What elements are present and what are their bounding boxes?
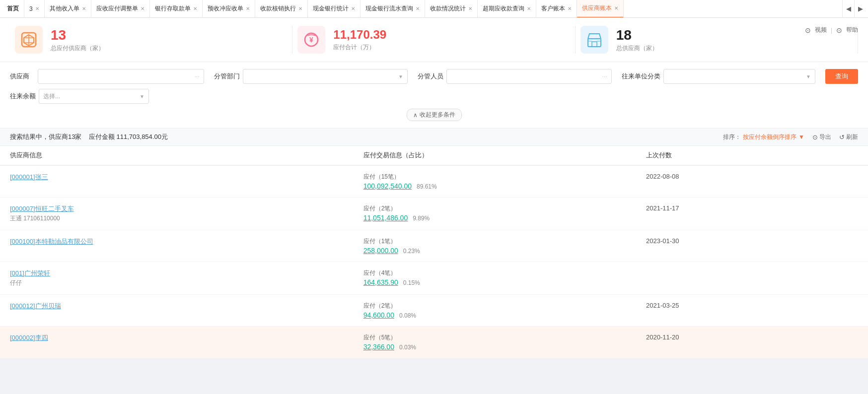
transaction-info-4: 应付（4笔） 164,635.90 0.15% [363,269,646,286]
nav-tab-prepayment[interactable]: 预收冲应收单 ✕ [203,0,255,18]
nav-tab-collection[interactable]: 收款核销执行 ✕ [255,0,308,18]
tx-row-3: 258,000.00 0.23% [363,247,646,255]
nav-tab-other-income-label: 其他收入单 [50,4,79,13]
close-icon[interactable]: ✕ [468,6,472,11]
col-header-transaction: 应付交易信息（占比） [363,151,646,160]
table-header: 供应商信息 应付交易信息（占比） 上次付数 [0,146,868,166]
nav-tab-customer-account[interactable]: 客户账本 ✕ [536,0,577,18]
export-button[interactable]: ⊙ 导出 [812,133,831,141]
sort-prefix: 排序： [723,133,741,141]
nav-tab-3[interactable]: 3 ✕ [24,0,45,18]
collapse-label: 收起更多条件 [420,111,455,119]
close-icon[interactable]: ✕ [82,6,86,11]
close-icon[interactable]: ✕ [568,6,572,11]
balance-input[interactable]: 选择... ▼ [39,89,149,104]
nav-tab-customer-account-label: 客户账本 [541,4,565,13]
supplier-input[interactable] [38,69,204,84]
divider: | [831,27,832,34]
transaction-info-1: 应付（15笔） 100,092,540.00 89.61% [363,173,646,190]
svg-rect-8 [592,42,597,47]
query-button[interactable]: 查询 [825,69,858,84]
nav-tab-other-income[interactable]: 其他收入单 ✕ [45,0,91,18]
supplier-info-6: [000002]李四 [10,333,363,342]
last-payment-5: 2021-03-25 [646,302,858,309]
tx-amount-5[interactable]: 94,600.00 [363,311,394,319]
nav-tab-overdue[interactable]: 超期应收款查询 ✕ [478,0,536,18]
nav-tab-collection-stats[interactable]: 收款情况统计 ✕ [425,0,478,18]
tx-label-2: 应付（2笔） [363,204,646,213]
help-link[interactable]: 帮助 [846,26,858,34]
close-icon[interactable]: ✕ [35,6,39,11]
transaction-info-6: 应付（5笔） 32,366.00 0.03% [363,333,646,351]
tx-row-4: 164,635.90 0.15% [363,278,646,286]
nav-next-arrow[interactable]: ▶ [854,0,866,18]
tx-amount-2[interactable]: 11,051,486.00 [363,214,408,222]
category-input[interactable]: ▼ [663,69,816,84]
collapse-button[interactable]: ∧ 收起更多条件 [407,109,462,121]
balance-label: 往来余额 [10,92,36,101]
tx-row-5: 94,600.00 0.08% [363,311,646,319]
nav-tab-ap-adjust-label: 应收应付调整单 [96,4,138,13]
refresh-label: 刷新 [846,133,858,141]
nav-tab-ap-adjust[interactable]: 应收应付调整单 ✕ [91,0,150,18]
nav-tab-cash-stats-label: 现金银行统计 [313,4,349,13]
supplier-link-5[interactable]: [000012]广州贝瑞 [10,302,363,311]
tx-pct-1: 89.61% [417,183,437,190]
nav-tab-overdue-label: 超期应收款查询 [483,4,524,13]
summary-bar: 13 总应付供应商（家） ¥ 11,170.39 应付合计（万） [0,18,868,62]
supplier-info-4: [001]广州荣轩 仔仔 [10,269,363,287]
video-link[interactable]: 视频 [815,26,827,34]
transaction-info-2: 应付（2笔） 11,051,486.00 9.89% [363,204,646,222]
export-label: 导出 [819,133,831,141]
sort-selector[interactable]: 排序： 按应付余额倒序排序 ▼ [723,133,804,141]
supplier-link-1[interactable]: [000001]张三 [10,173,363,182]
filter-row-1: 供应商 分管部门 ▼ 分管人员 往来单位分类 ▼ [10,69,858,84]
close-icon[interactable]: ✕ [141,6,145,11]
result-bar: 搜索结果中，供应商13家 应付金额 111,703,854.00元 排序： 按应… [0,129,868,146]
summary-card1-info: 13 总应付供应商（家） [51,27,104,53]
nav-tab-bank-deposit[interactable]: 银行存取款单 ✕ [150,0,203,18]
nav-prev-arrow[interactable]: ◀ [842,0,854,18]
close-icon[interactable]: ✕ [351,6,355,11]
sort-label: 按应付余额倒序排序 [743,133,796,141]
supplier-link-6[interactable]: [000002]李四 [10,333,363,342]
close-icon[interactable]: ✕ [527,6,531,11]
close-icon[interactable]: ✕ [246,6,250,11]
summary-card2-number: 11,170.39 [333,28,386,42]
table-row: [000001]张三 应付（15笔） 100,092,540.00 89.61%… [0,166,868,197]
tx-amount-3[interactable]: 258,000.00 [363,247,398,255]
person-input[interactable] [446,69,612,84]
supplier-sub-4: 仔仔 [10,279,363,287]
supplier-link-3[interactable]: [000100]本特勒油品有限公司 [10,237,363,246]
nav-tab-cash-flow[interactable]: 现金银行流水查询 ✕ [361,0,425,18]
close-icon[interactable]: ✕ [193,6,197,11]
close-icon[interactable]: ✕ [416,6,420,11]
tx-amount-6[interactable]: 32,366.00 [363,343,394,351]
refresh-button[interactable]: ↺ 刷新 [839,133,858,141]
result-amount: 应付金额 111,703,854.00元 [89,133,168,140]
result-info: 搜索结果中，供应商13家 应付金额 111,703,854.00元 [10,132,168,141]
top-navigation: 首页 3 ✕ 其他收入单 ✕ 应收应付调整单 ✕ 银行存取款单 ✕ 预收冲应收单… [0,0,868,18]
summary-card-suppliers: 13 总应付供应商（家） [10,26,292,54]
result-supplier-count: 搜索结果中，供应商13家 [10,133,81,140]
summary-card3-number: 18 [616,27,658,44]
supplier-link-4[interactable]: [001]广州荣轩 [10,269,363,278]
tx-row-1: 100,092,540.00 89.61% [363,182,646,190]
tx-amount-1[interactable]: 100,092,540.00 [363,182,412,190]
filter-category: 往来单位分类 ▼ [622,69,816,84]
dept-label: 分管部门 [214,72,240,81]
nav-tab-cash-stats[interactable]: 现金银行统计 ✕ [308,0,361,18]
close-icon[interactable]: ✕ [614,5,618,11]
nav-tab-cash-flow-label: 现金银行流水查询 [365,4,413,13]
nav-tab-supplier-account[interactable]: 供应商账本 ✕ [577,0,624,18]
close-icon[interactable]: ✕ [298,6,302,11]
nav-tab-home[interactable]: 首页 [2,0,24,18]
dept-input[interactable]: ▼ [243,69,408,84]
filter-dept: 分管部门 ▼ [214,69,408,84]
tx-amount-4[interactable]: 164,635.90 [363,278,398,286]
last-payment-2: 2021-11-17 [646,204,858,212]
sort-arrow-down-icon: ▼ [798,133,804,140]
category-arrow-down-icon: ▼ [806,74,811,79]
tx-row-6: 32,366.00 0.03% [363,343,646,351]
supplier-link-2[interactable]: [000007]恒旺二手叉车 [10,204,363,213]
